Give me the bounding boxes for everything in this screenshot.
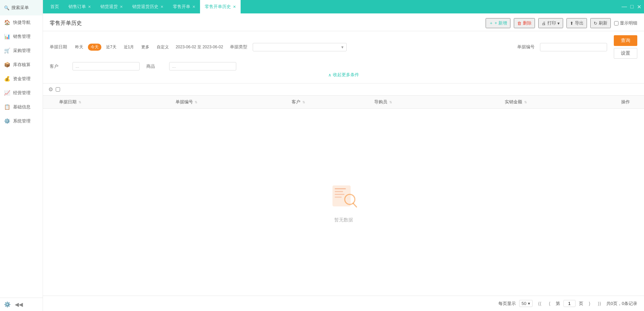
sort-customer-icon: ⇅ [302, 100, 305, 104]
date-btn-week[interactable]: 近7天 [103, 44, 119, 51]
sidebar-item-sys-mgmt[interactable]: ⚙️ 系统管理 [0, 114, 43, 128]
th-amount[interactable]: 实销金额 ⇅ [501, 96, 617, 109]
customer-placeholder: ... [76, 64, 79, 69]
goods-label: 商品 [146, 63, 166, 69]
sidebar-item-inventory[interactable]: 📦 库存核算 [0, 58, 43, 72]
sidebar-item-operations[interactable]: 📈 经营管理 [0, 86, 43, 100]
tab-sales-return[interactable]: 销货退货 ✕ [96, 0, 128, 13]
tab-retail-open-close[interactable]: ✕ [192, 5, 195, 9]
date-buttons: 昨天 今天 近7天 近1月 更多 自定义 [72, 44, 171, 51]
display-detail-label: 显示明细 [620, 20, 637, 26]
doc-no-input[interactable] [540, 43, 607, 51]
last-page-btn[interactable]: ⟩⟩ [596, 300, 603, 307]
refresh-button[interactable]: ↻ 刷新 [590, 18, 611, 28]
tab-retail-history-close[interactable]: ✕ [233, 5, 236, 9]
select-all-checkbox[interactable] [56, 87, 60, 92]
th-date[interactable]: 单据日期 ⇅ [55, 96, 171, 109]
tab-bar: 首页 销售订单 ✕ 销货退货 ✕ 销货退货历史 ✕ 零售开单 ✕ 零售开单历史 … [43, 0, 644, 13]
tab-retail-history[interactable]: 零售开单历史 ✕ [200, 0, 241, 13]
sidebar-search[interactable]: 🔍 搜索采单 [0, 0, 43, 15]
th-checkbox [43, 96, 55, 109]
filter-area: 单据日期 昨天 今天 近7天 近1月 更多 自定义 2023-06-02 至 2… [43, 31, 644, 84]
page-number-input[interactable]: 1 [563, 300, 576, 307]
svg-rect-3 [335, 194, 344, 195]
date-btn-more[interactable]: 更多 [139, 44, 152, 51]
tab-sales-return-label: 销货退货 [100, 4, 118, 10]
next-page-btn[interactable]: ⟩ [587, 300, 592, 307]
th-customer[interactable]: 客户 ⇅ [288, 96, 370, 109]
doc-type-select[interactable]: ▾ [253, 43, 347, 51]
sidebar-item-label: 销售管理 [13, 34, 31, 40]
export-button[interactable]: ⬆ 导出 [566, 18, 587, 28]
doc-type-dropdown-icon: ▾ [341, 45, 344, 50]
date-btn-month[interactable]: 近1月 [121, 44, 137, 51]
tab-bar-right: — □ ✕ [622, 4, 641, 10]
content-area: 零售开单历史 ＋ + 新增 🗑 删除 🖨 打印 ▾ ⬆ 导出 [43, 13, 644, 311]
sidebar-item-label: 经营管理 [13, 90, 31, 96]
window-maximize-icon[interactable]: □ [630, 4, 634, 10]
print-label: 打印 [547, 20, 556, 26]
sidebar-item-purchase-mgmt[interactable]: 🛒 采购管理 [0, 44, 43, 58]
data-table: 单据日期 ⇅ 单据编号 ⇅ 客户 ⇅ 导购员 ⇅ [43, 96, 644, 109]
th-salesperson[interactable]: 导购员 ⇅ [370, 96, 469, 109]
tab-retail-open[interactable]: 零售开单 ✕ [168, 0, 200, 13]
sidebar-item-finance[interactable]: 💰 资金管理 [0, 72, 43, 86]
main: 首页 销售订单 ✕ 销货退货 ✕ 销货退货历史 ✕ 零售开单 ✕ 零售开单历史 … [43, 0, 644, 311]
date-btn-custom[interactable]: 自定义 [154, 44, 171, 51]
page-title: 零售开单历史 [50, 20, 82, 27]
tab-retail-history-label: 零售开单历史 [205, 4, 231, 10]
date-btn-yesterday[interactable]: 昨天 [72, 44, 86, 51]
window-close-icon[interactable]: ✕ [637, 4, 641, 10]
per-page-select[interactable]: 50 ▾ [519, 300, 532, 307]
svg-point-7 [347, 196, 350, 200]
tab-sales-order[interactable]: 销售订单 ✕ [64, 0, 96, 13]
collapse-filter-btn[interactable]: ∧ 收起更多条件 [50, 70, 637, 79]
date-btn-today[interactable]: 今天 [88, 44, 101, 51]
filter-settings-button[interactable]: 设置 [614, 48, 637, 59]
sidebar-bottom: ⚙️ ◀◀ [0, 298, 43, 311]
collapse-sidebar-icon[interactable]: ◀◀ [15, 301, 23, 308]
export-icon: ⬆ [570, 21, 574, 26]
sidebar-item-sales-mgmt[interactable]: 📊 销售管理 [0, 30, 43, 44]
tab-sales-return-history-close[interactable]: ✕ [160, 5, 163, 9]
add-button[interactable]: ＋ + 新增 [486, 18, 510, 28]
delete-button[interactable]: 🗑 删除 [514, 18, 535, 28]
prev-page-btn[interactable]: ⟨ [547, 300, 552, 307]
tab-sales-return-history-label: 销货退货历史 [132, 4, 158, 10]
goods-input[interactable]: ... [169, 62, 236, 70]
display-detail-checkbox[interactable]: 显示明细 [614, 20, 637, 26]
print-icon: 🖨 [542, 21, 546, 26]
svg-rect-4 [335, 197, 342, 198]
sort-no-icon: ⇅ [195, 100, 197, 104]
sidebar-item-label: 库存核算 [13, 62, 31, 68]
first-page-btn[interactable]: ⟨⟨ [536, 300, 543, 307]
query-button[interactable]: 查询 [614, 35, 637, 46]
sort-salesperson-icon: ⇅ [389, 100, 392, 104]
date-filter-group: 单据日期 昨天 今天 近7天 近1月 更多 自定义 2023-06-02 至 2… [50, 44, 223, 51]
chart-icon: 📊 [4, 34, 10, 40]
sidebar-item-base-info[interactable]: 📋 基础信息 [0, 100, 43, 114]
svg-line-6 [353, 203, 356, 207]
sidebar-item-quick-nav[interactable]: 🏠 快捷导航 [0, 15, 43, 30]
add-label: + 新增 [495, 20, 507, 26]
print-button[interactable]: 🖨 打印 ▾ [538, 18, 563, 28]
settings-bottom-icon[interactable]: ⚙️ [4, 301, 11, 308]
display-detail-input[interactable] [614, 21, 618, 25]
empty-illustration [327, 182, 360, 212]
add-icon: ＋ [489, 20, 493, 26]
th-no[interactable]: 单据编号 ⇅ [171, 96, 288, 109]
th-action-label: 操作 [621, 99, 630, 104]
window-minimize-icon[interactable]: — [622, 4, 627, 10]
empty-text: 暂无数据 [334, 217, 353, 223]
sidebar-nav: 🏠 快捷导航 📊 销售管理 🛒 采购管理 📦 库存核算 💰 资金管理 📈 经营管… [0, 15, 43, 128]
table-toolbar: ⚙ [43, 84, 644, 96]
empty-state: 暂无数据 [43, 109, 644, 296]
tab-home[interactable]: 首页 [46, 0, 64, 13]
tab-sales-return-close[interactable]: ✕ [120, 5, 123, 9]
sort-date-icon: ⇅ [79, 100, 81, 104]
total-text: 共0页，0条记录 [606, 301, 637, 307]
tab-sales-return-history[interactable]: 销货退货历史 ✕ [128, 0, 168, 13]
customer-input[interactable]: ... [72, 62, 140, 70]
table-settings-icon[interactable]: ⚙ [48, 86, 53, 93]
tab-sales-order-close[interactable]: ✕ [88, 5, 91, 9]
